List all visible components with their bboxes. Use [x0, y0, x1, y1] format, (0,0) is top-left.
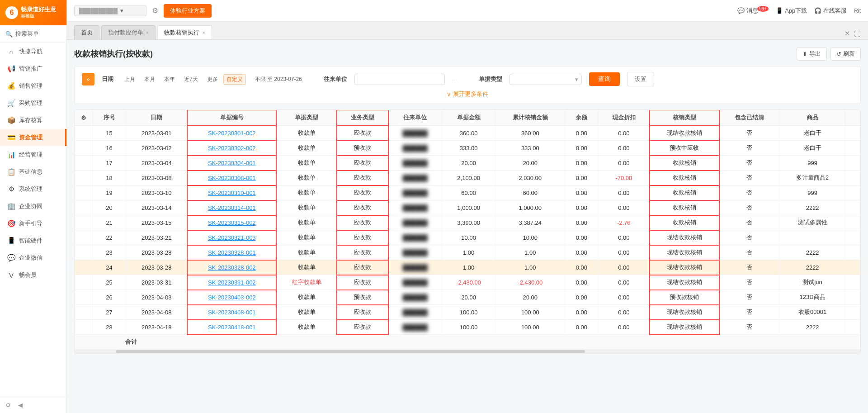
sidebar-item-wechat[interactable]: 💬 企业微信: [0, 249, 66, 266]
tab-prepay[interactable]: 预付款应付单 ×: [101, 25, 156, 39]
td-goods: 2222: [780, 320, 845, 335]
th-balance[interactable]: 余额: [565, 110, 598, 126]
footer-goods: [780, 335, 845, 350]
th-cash-discount[interactable]: 现金折扣: [598, 110, 650, 126]
sidebar-item-sales[interactable]: 💰 销售管理: [0, 77, 66, 95]
bill-type-select[interactable]: [509, 74, 582, 85]
filter-toggle[interactable]: »: [82, 73, 94, 85]
td-cash-discount: 0.00: [598, 185, 650, 200]
td-biz-type: 应收款: [337, 245, 388, 260]
td-bill-no[interactable]: SK-20230315-002: [187, 215, 276, 230]
td-bill-no[interactable]: SK-20230403-002: [187, 290, 276, 305]
tab-collect[interactable]: 收款核销执行 ×: [157, 25, 212, 39]
date-opt-more[interactable]: 更多: [203, 74, 222, 85]
filter-expand[interactable]: ∨ 展开更多条件: [82, 90, 853, 98]
sidebar-item-inventory[interactable]: 📦 库存核算: [0, 112, 66, 129]
td-write-off-type: 收款核销: [650, 200, 719, 215]
td-bill-no[interactable]: SK-20230331-002: [187, 275, 276, 290]
sidebar-item-basic[interactable]: 📋 基础信息: [0, 163, 66, 180]
th-partner[interactable]: 往来单位: [388, 110, 442, 126]
date-opt-custom[interactable]: 自定义: [223, 74, 246, 85]
td-write-off-type: 现结收款核销: [650, 320, 719, 335]
td-balance: 0.00: [565, 245, 598, 260]
td-cash-discount: 0.00: [598, 126, 650, 141]
sidebar-item-hardware[interactable]: 📱 智能硬件: [0, 232, 66, 249]
app-download-action[interactable]: 📱 App下载: [776, 7, 807, 15]
td-goods: 老白干: [780, 141, 845, 156]
td-partner: ██████: [388, 290, 442, 305]
export-button[interactable]: ⬆ 导出: [797, 47, 827, 61]
td-biz-type: 应收款: [337, 156, 388, 171]
td-goods2: [845, 215, 860, 230]
scrollbar-thumb[interactable]: [116, 350, 585, 353]
date-opt-last-month[interactable]: 上月: [121, 74, 139, 85]
settings-button[interactable]: 设置: [627, 72, 654, 86]
th-include-settled[interactable]: 包含已结清: [719, 110, 780, 126]
collect-tab-close[interactable]: ×: [202, 30, 205, 35]
message-action[interactable]: 💬 消息 99+: [737, 7, 769, 15]
td-write-off-type: 现结收款核销: [650, 275, 719, 290]
sidebar-item-quick-nav[interactable]: ⌂ 快捷导航: [0, 43, 66, 60]
date-opt-this-month[interactable]: 本月: [141, 74, 159, 85]
td-include-settled: 否: [719, 245, 780, 260]
th-write-off-type[interactable]: 核销类型: [650, 110, 719, 126]
close-all-icon[interactable]: ✕: [844, 29, 850, 38]
solution-button[interactable]: 体验行业方案: [164, 4, 212, 18]
td-bill-no[interactable]: SK-20230302-002: [187, 141, 276, 156]
settings-icon[interactable]: ⚙: [5, 402, 11, 408]
sidebar-item-corp[interactable]: 🏢 企业协同: [0, 198, 66, 215]
td-goods: 2222: [780, 245, 845, 260]
sidebar-item-guide[interactable]: 🎯 新手引导: [0, 215, 66, 232]
refresh-button[interactable]: ↺ 刷新: [830, 47, 861, 61]
date-opt-7days[interactable]: 近7天: [180, 74, 202, 85]
operations-icon: 📊: [7, 151, 15, 159]
td-bill-no[interactable]: SK-20230304-001: [187, 156, 276, 171]
td-bill-type: 收款单: [276, 141, 337, 156]
sidebar-item-system[interactable]: ⚙ 系统管理: [0, 180, 66, 198]
partner-input[interactable]: [354, 74, 445, 85]
td-bill-no[interactable]: SK-20230328-002: [187, 260, 276, 275]
maximize-icon[interactable]: ⛶: [854, 30, 861, 38]
search-menu[interactable]: 🔍 搜索菜单: [0, 25, 66, 43]
workspace-selector[interactable]: ██████████ ▾: [74, 5, 146, 16]
td-bill-no[interactable]: SK-20230314-001: [187, 200, 276, 215]
query-button[interactable]: 查询: [589, 72, 620, 86]
table-scrollbar[interactable]: [75, 349, 860, 354]
prepay-tab-close[interactable]: ×: [146, 30, 149, 35]
td-goods2: [845, 126, 860, 141]
user-name[interactable]: Rit: [854, 8, 861, 14]
sidebar-item-purchase[interactable]: 🛒 采购管理: [0, 95, 66, 112]
td-bill-no[interactable]: SK-20230310-001: [187, 185, 276, 200]
td-bill-no[interactable]: SK-20230321-003: [187, 230, 276, 245]
td-bill-no[interactable]: SK-20230408-001: [187, 305, 276, 320]
sidebar-item-marketing[interactable]: 📢 营销推广: [0, 60, 66, 77]
sidebar-item-finance[interactable]: 💳 资金管理: [0, 129, 66, 146]
gear-icon[interactable]: ⚙: [152, 6, 158, 15]
td-gear: [75, 275, 93, 290]
sidebar-item-operations[interactable]: 📊 经营管理: [0, 146, 66, 163]
date-opt-this-year[interactable]: 本年: [160, 74, 179, 85]
td-gear: [75, 230, 93, 245]
td-gear: [75, 185, 93, 200]
sidebar-item-member[interactable]: V 畅会员: [0, 266, 66, 284]
td-include-settled: 否: [719, 171, 780, 185]
td-bill-no[interactable]: SK-20230328-001: [187, 245, 276, 260]
td-accum-amount: 10.00: [495, 230, 565, 245]
th-bill-no[interactable]: 单据编号: [187, 110, 276, 126]
td-goods: 2222: [780, 260, 845, 275]
th-date[interactable]: 日期: [126, 110, 187, 126]
tab-home[interactable]: 首页: [74, 25, 99, 39]
table-scroll[interactable]: ⚙ 序号 日期 单据编号 单据类型 业务类型 往来单位 单据金额 累计核销金额 …: [75, 110, 860, 349]
th-goods[interactable]: 商品: [780, 110, 845, 126]
online-service-label: 在线客服: [823, 7, 847, 15]
td-bill-no[interactable]: SK-20230418-001: [187, 320, 276, 335]
th-accum-amount[interactable]: 累计核销金额: [495, 110, 565, 126]
td-bill-no[interactable]: SK-20230308-001: [187, 171, 276, 185]
th-bill-type[interactable]: 单据类型: [276, 110, 337, 126]
th-amount[interactable]: 单据金额: [442, 110, 495, 126]
th-biz-type[interactable]: 业务类型: [337, 110, 388, 126]
td-bill-no[interactable]: SK-20230301-002: [187, 126, 276, 141]
online-service-action[interactable]: 🎧 在线客服: [814, 7, 847, 15]
th-gear[interactable]: ⚙: [75, 110, 93, 126]
collapse-icon[interactable]: ◀: [18, 402, 23, 408]
